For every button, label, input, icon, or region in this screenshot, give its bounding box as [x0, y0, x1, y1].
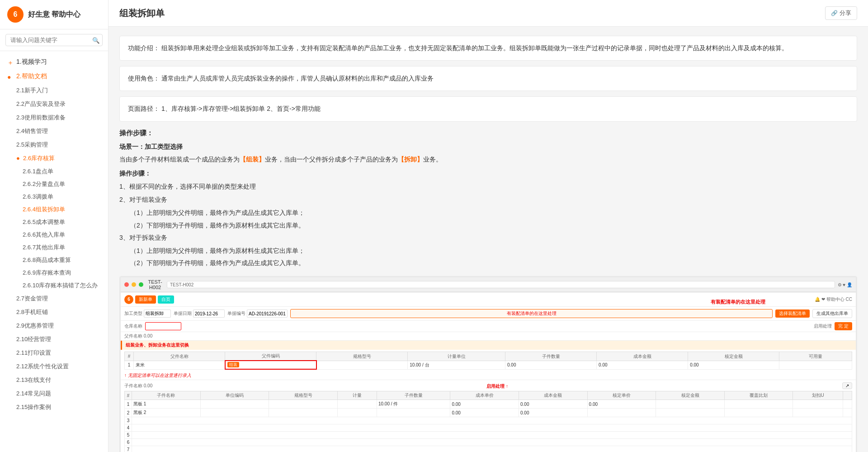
sidebar-item-2-6-4[interactable]: 2.6.4组装拆卸单 [0, 203, 108, 216]
sim-warehouse-input[interactable] [145, 322, 181, 330]
path-intro-label: 页面路径： [128, 105, 160, 112]
sim-select-bom-btn[interactable]: 选择装配清单 [775, 309, 810, 318]
sim-alert-box: 有装配清单的在这里处理 [290, 309, 773, 318]
sidebar-item-2-4[interactable]: 2.4销售管理 [0, 124, 108, 138]
sim-top-table-section: # 父件名称 父件编码 规格型号 计量单位 子件数量 成本金额 核定金额 可用量 [121, 350, 856, 371]
step-3: 3、对于拆装业务 [119, 232, 857, 243]
sidebar-item-2-10[interactable]: 2.10经营管理 [0, 333, 108, 346]
search-box: 🔍 [0, 29, 108, 51]
sidebar-item-2-15[interactable]: 2.15操作案例 [0, 400, 108, 414]
share-button[interactable]: 🔗 分享 [825, 6, 857, 20]
sidebar-item-2-6-6[interactable]: 2.6.6其他入库单 [0, 228, 108, 241]
page-title: 组装拆卸单 [119, 7, 165, 19]
sidebar-item-2-6[interactable]: ● 2.6库存核算 [0, 152, 108, 165]
sidebar: 6 好生意 帮助中心 🔍 ＋ 1.视频学习 ● 2.帮助文档 2.1新 [0, 0, 108, 452]
sim-sub-count: 子件名称 0.00 [124, 383, 152, 389]
sidebar-item-2-1[interactable]: 2.1新手入门 [0, 84, 108, 97]
sidebar-item-2-13[interactable]: 2.13在线支付 [0, 373, 108, 387]
sim-enable-wrap: 启用处理 ↑ [486, 382, 508, 390]
nav-section-2: ● 2.帮助文档 2.1新手入门 2.2产品安装及登录 2.3使用前数据准备 [0, 69, 108, 414]
sim-orderno-field: 单据编号 [227, 309, 288, 318]
sidebar-item-2-7[interactable]: 2.7资金管理 [0, 292, 108, 305]
sim-warehouse-label: 仓库名称 [124, 323, 142, 329]
plus-icon: ＋ [7, 59, 14, 65]
operations-title: 操作步骤： [119, 129, 857, 138]
sim-top-row-1-approved: 0.00 [688, 361, 779, 369]
search-wrap: 🔍 [5, 34, 103, 46]
sidebar-item-2-6-2[interactable]: 2.6.2分量盘点单 [0, 178, 108, 190]
sim-date-input[interactable] [193, 309, 225, 318]
sim-switch-annotation: 组装业务、拆卸业务在这里切换 [121, 341, 856, 350]
sidebar-item-2-6-5[interactable]: 2.6.5成本调整单 [0, 216, 108, 228]
sidebar-item-2-11[interactable]: 2.11打印设置 [0, 346, 108, 360]
sim-top-row-1-qty: 0.00 [505, 361, 597, 369]
sim-top-row-1-code[interactable]: 组装 [225, 361, 316, 369]
sidebar-item-2-6-9[interactable]: 2.6.9库存账本查询 [0, 266, 108, 279]
search-input[interactable] [5, 34, 103, 46]
func-intro-label: 功能介绍： [128, 44, 160, 52]
sim-count-text: 父件名称 0.00 [124, 333, 152, 339]
sim-tab-btn[interactable]: 自页 [158, 295, 174, 304]
sim-expand-btn[interactable]: ↗ [842, 382, 852, 389]
sim-top-table: # 父件名称 父件编码 规格型号 计量单位 子件数量 成本金额 核定金额 可用量 [124, 352, 852, 370]
sim-type-label: 加工类型 [124, 310, 142, 317]
sim-enable-label: 启用处理 [814, 323, 832, 329]
sidebar-item-2-6-1[interactable]: 2.6.1盘点单 [0, 165, 108, 178]
sim-enable-btn[interactable]: 完 定 [835, 322, 852, 330]
sidebar-item-2-6-3[interactable]: 2.6.3调拨单 [0, 190, 108, 203]
sidebar-item-2-9[interactable]: 2.9优惠券管理 [0, 319, 108, 333]
role-intro-block: 使用角色： 通常由生产人员或库管人员完成拆装业务的操作，库管人员确认原材料的出库… [119, 66, 857, 91]
sim-top-row-1-spec [316, 361, 408, 369]
sim-top-nav-icons: 🔔 ❤ 帮助中心 CC [815, 296, 852, 303]
sim-app-logo: 6 [124, 295, 133, 304]
sim-orderno-input[interactable] [247, 309, 288, 318]
sidebar-item-2-6-7[interactable]: 2.6.7其他出库单 [0, 241, 108, 254]
sim-top-row-1-unit: 10.00 / 台 [408, 361, 505, 369]
sidebar-item-2-6-10[interactable]: 2.6.10库存账本搞错了怎么办 [0, 279, 108, 292]
sim-bottom-header: 子件名称 0.00 启用处理 ↑ ↗ [124, 382, 852, 390]
func-intro-text: 组装拆卸单用来处理企业组装或拆卸等加工业务，支持有固定装配清单的产品加工业务，也… [161, 44, 788, 52]
step-1: 1、根据不同的业务，选择不同单据的类型来处理 [119, 181, 857, 192]
sim-url-bar: TEST-H002 [167, 281, 835, 288]
step-3-2: （2）下部明细为子件明细，最终作为产成品生成其它入库单。 [119, 257, 857, 269]
sim-type-badge: 组装 [227, 362, 239, 367]
sidebar-item-2-6-8[interactable]: 2.6.8商品成本重算 [0, 254, 108, 266]
sidebar-item-2-5[interactable]: 2.5采购管理 [0, 138, 108, 152]
sidebar-item-2-3[interactable]: 2.3使用前数据准备 [0, 111, 108, 124]
sim-bottom-section: 子件名称 0.00 启用处理 ↑ ↗ # 子件名称 单位编码 规格 [121, 380, 856, 452]
nav-sub-items-docs: 2.1新手入门 2.2产品安装及登录 2.3使用前数据准备 2.4销售管理 2.… [0, 84, 108, 414]
sim-gen-btn[interactable]: 生成其他出库单 [812, 309, 852, 318]
sim-top-row-1-avail [779, 361, 852, 369]
path-intro-text: 1、库存核算->库存管理->组装拆卸单 2、首页->常用功能 [161, 105, 321, 112]
nav-list: ＋ 1.视频学习 ● 2.帮助文档 2.1新手入门 2.2产品安装及登录 [0, 51, 108, 452]
sim-bottom-table: # 子件名称 单位编码 规格型号 计量 子件数量 成本单价 成本金额 核定单价 … [124, 391, 852, 452]
sim-top-row-1-name: 来米 [134, 361, 225, 369]
search-button[interactable]: 🔍 [92, 37, 100, 43]
app-title: 好生意 帮助中心 [28, 10, 80, 19]
minus-icon: ● [7, 73, 14, 80]
step-3-1: （1）上部明细为父件明细，最终作为原材料生成其它出库单； [119, 245, 857, 257]
func-intro-block: 功能介绍： 组装拆卸单用来处理企业组装或拆卸等加工业务，支持有固定装配清单的产品… [119, 36, 857, 61]
sim-type-field: 加工类型 [124, 309, 171, 318]
nav-sub-sub-items-2-6: 2.6.1盘点单 2.6.2分量盘点单 2.6.3调拨单 2.6.4组装拆卸单 … [0, 165, 108, 292]
sidebar-item-video[interactable]: ＋ 1.视频学习 [0, 55, 108, 69]
sim-date-label: 单据日期 [174, 310, 192, 317]
role-intro-text: 通常由生产人员或库管人员完成拆装业务的操作，库管人员确认原材料的出库和产成品的入… [161, 75, 434, 82]
sim-enable-row: 仓库名称 启用处理 完 定 [121, 321, 856, 332]
sim-enable-annotation-2: 启用处理 ↑ [486, 384, 508, 389]
sidebar-item-2-2[interactable]: 2.2产品安装及登录 [0, 97, 108, 111]
step-2-2: （2）下部明细为子件明细，最终作为原材料生成其它出库单。 [119, 220, 857, 231]
sidebar-item-2-8[interactable]: 2.8手机旺铺 [0, 305, 108, 319]
scenario1-desc: 当由多个子件材料组装成一个成品的业务为【组装】业务，当由一个父件拆分成多个子产品… [119, 154, 857, 165]
step-2-1: （1）上部明细为父件明细，最终作为产成品生成其它入库单； [119, 207, 857, 219]
sidebar-item-2-14[interactable]: 2.14常见问题 [0, 387, 108, 400]
sim-new-btn[interactable]: 新新单 [135, 295, 156, 304]
sidebar-item-docs[interactable]: ● 2.帮助文档 [0, 69, 108, 84]
sim-type-input[interactable] [144, 309, 171, 318]
sim-date-field: 单据日期 [174, 309, 225, 318]
main-area: 组装拆卸单 🔗 分享 功能介绍： 组装拆卸单用来处理企业组装或拆卸等加工业务，支… [108, 0, 868, 452]
sidebar-item-2-12[interactable]: 2.12系统个性化设置 [0, 360, 108, 373]
share-icon: 🔗 [831, 10, 838, 16]
sim-orderno-label: 单据编号 [227, 310, 245, 317]
sim-count-row: 父件名称 0.00 [121, 332, 856, 341]
